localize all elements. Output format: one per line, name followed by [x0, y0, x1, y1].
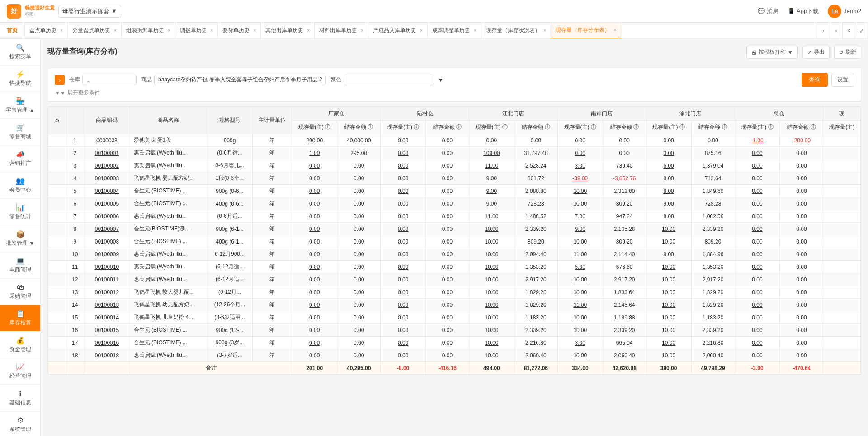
- table-cell[interactable]: [48, 197, 66, 210]
- table-cell[interactable]: [48, 147, 66, 159]
- table-cell[interactable]: [48, 311, 66, 324]
- tab-10[interactable]: 现存量（库存状况表） ×: [481, 23, 552, 39]
- sidebar-item-purchase[interactable]: 🛍 采购管理: [0, 279, 40, 305]
- tab-close-6[interactable]: ×: [307, 28, 310, 33]
- table-cell[interactable]: [48, 185, 66, 197]
- table-cell: 箱: [253, 248, 292, 261]
- table-cell[interactable]: [48, 324, 66, 337]
- th-lucun: 陆村仓: [381, 107, 469, 121]
- tab-close-4[interactable]: ×: [211, 28, 213, 33]
- table-cell: 0.00: [292, 197, 337, 210]
- table-cell[interactable]: [48, 235, 66, 248]
- tab-9[interactable]: 成本调整单历史 ×: [428, 23, 481, 39]
- sidebar-item-search[interactable]: 🔍 搜索英单: [0, 39, 40, 66]
- tab-6[interactable]: 其他出库单历史 ×: [261, 23, 315, 39]
- table-cell: 0.00: [780, 210, 823, 223]
- table-cell: 3.00: [557, 159, 603, 172]
- tab-4[interactable]: 调拨单历史 ×: [175, 23, 218, 39]
- user-area[interactable]: Ea demo2: [828, 5, 861, 18]
- table-cell[interactable]: [48, 349, 66, 362]
- tab-close-11[interactable]: ×: [613, 28, 616, 33]
- table-cell: 10.00: [469, 349, 514, 362]
- tab-5[interactable]: 要货单历史 ×: [218, 23, 261, 39]
- search-icon: 🔍: [2, 43, 38, 52]
- table-cell: 箱: [253, 172, 292, 185]
- tab-expand[interactable]: ⤢: [855, 23, 868, 39]
- sidebar-item-operation[interactable]: 📈 经营管理: [0, 358, 40, 385]
- table-cell: 0.00: [337, 172, 381, 185]
- table-cell: 109.00: [469, 147, 514, 159]
- export-btn[interactable]: ↗ 导出: [802, 46, 830, 59]
- product-input[interactable]: [154, 75, 326, 85]
- table-cell[interactable]: [48, 210, 66, 223]
- table-cell: [823, 311, 861, 324]
- tab-2[interactable]: 分量盘点单历史 ×: [68, 23, 122, 39]
- table-cell: 2,339.20: [691, 324, 735, 337]
- table-cell: 2,312.00: [603, 185, 646, 197]
- sidebar-item-inventory[interactable]: 📋 库存核算: [0, 305, 40, 332]
- app-download-btn[interactable]: 📱 App下载: [788, 7, 819, 15]
- tab-close-10[interactable]: ×: [544, 28, 547, 33]
- tab-7[interactable]: 材料出库单历史 ×: [315, 23, 368, 39]
- tab-next[interactable]: ›: [830, 23, 843, 39]
- table-cell: 0.00: [425, 185, 469, 197]
- sidebar-item-nav[interactable]: ⚡ 快捷导航: [0, 66, 40, 92]
- sidebar-item-ecommerce[interactable]: 💻 电商管理: [0, 252, 40, 279]
- expand-more[interactable]: ▼▼ 展开更多条件: [55, 89, 854, 97]
- tab-close-2[interactable]: ×: [114, 28, 117, 33]
- sidebar-item-basic[interactable]: ℹ 基础信息: [0, 385, 40, 412]
- refresh-btn[interactable]: ↺ 刷新: [834, 46, 861, 59]
- industry-selector[interactable]: 母婴行业演示陈套 ▼: [58, 5, 121, 18]
- table-cell: 0.00: [603, 147, 646, 159]
- table-cell: 合生元 (BIOSTIME) ...: [130, 197, 207, 210]
- table-cell[interactable]: [48, 248, 66, 261]
- table-cell: 10.00: [646, 337, 691, 349]
- tab-home[interactable]: 首页: [0, 23, 25, 39]
- table-cell[interactable]: [48, 159, 66, 172]
- sidebar-item-finance[interactable]: 💰 资金管理: [0, 332, 40, 358]
- table-cell[interactable]: [48, 134, 66, 147]
- table-cell[interactable]: [48, 172, 66, 185]
- table-cell[interactable]: [48, 223, 66, 235]
- table-cell[interactable]: [48, 286, 66, 299]
- settings-btn[interactable]: 设置: [831, 73, 854, 87]
- sidebar-item-members[interactable]: 👥 会员中心: [0, 172, 40, 199]
- tab-close-3[interactable]: ×: [168, 28, 170, 33]
- tab-1[interactable]: 盘点单历史 ×: [25, 23, 68, 39]
- table-cell: 40,000.00: [337, 134, 381, 147]
- table-cell[interactable]: [48, 261, 66, 273]
- tab-8[interactable]: 产成品入库单历史 ×: [368, 23, 428, 39]
- tab-close-8[interactable]: ×: [420, 28, 423, 33]
- table-cell[interactable]: [48, 299, 66, 311]
- tab-prev[interactable]: ‹: [817, 23, 830, 39]
- table-cell: 惠氏启赋 (Wyeth illu...: [130, 273, 207, 286]
- tab-close-7[interactable]: ×: [361, 28, 363, 33]
- color-input[interactable]: [344, 75, 434, 85]
- table-cell: 00100007: [84, 223, 130, 235]
- messages-btn[interactable]: 💬 消息: [758, 7, 778, 15]
- tab-close-5[interactable]: ×: [253, 28, 256, 33]
- table-cell[interactable]: [48, 273, 66, 286]
- table-cell: 2,060.40: [514, 349, 557, 362]
- print-btn[interactable]: 🖨 按模板打印 ▼: [746, 46, 798, 59]
- sidebar-item-marketing[interactable]: 📣 营销推广: [0, 145, 40, 172]
- tab-close-9[interactable]: ×: [474, 28, 476, 33]
- tab-close-all[interactable]: ×: [843, 23, 855, 39]
- tab-11[interactable]: 现存量（库存分布表） ×: [551, 23, 621, 39]
- sidebar-item-mall[interactable]: 🛒 零售商城: [0, 119, 40, 145]
- data-table: ⚙ 商品编码 商品名称 规格型号 主计量单位 厂家仓 陆村仓 江北门店 南岸门店…: [48, 107, 861, 375]
- sidebar-item-retail-mgmt[interactable]: 🏪 零售管理 ▲: [0, 92, 40, 119]
- table-cell: 箱: [253, 286, 292, 299]
- table-cell: 10.00: [646, 299, 691, 311]
- table-cell[interactable]: [48, 337, 66, 349]
- tab-3[interactable]: 组装拆卸单历史 ×: [122, 23, 175, 39]
- tab-close-1[interactable]: ×: [60, 28, 63, 33]
- sidebar-item-stats[interactable]: 📊 零售统计: [0, 199, 40, 225]
- sidebar-item-wholesale[interactable]: 📦 批发管理 ▼: [0, 225, 40, 252]
- search-btn[interactable]: 查询: [802, 73, 828, 87]
- warehouse-input[interactable]: [82, 75, 137, 85]
- table-cell: (6-12月适...: [207, 261, 253, 273]
- expand-btn[interactable]: ›: [55, 75, 65, 85]
- sidebar-item-system[interactable]: ⚙ 系统管理: [0, 412, 40, 436]
- th-gear[interactable]: ⚙: [48, 107, 66, 134]
